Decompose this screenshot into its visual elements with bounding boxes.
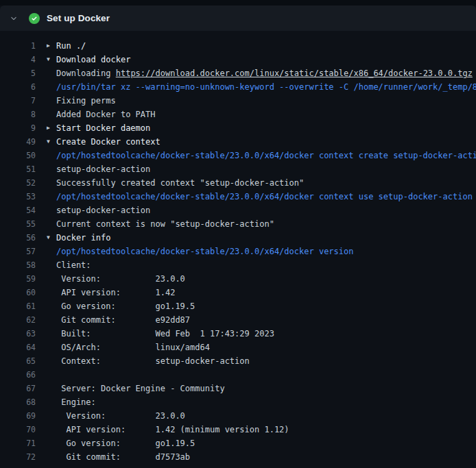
line-number[interactable]: 8 (0, 108, 47, 121)
log-row: 51setup-docker-action (0, 162, 476, 176)
line-number[interactable]: 57 (0, 245, 47, 258)
line-number[interactable]: 68 (0, 395, 47, 409)
log-text: API version: 1.42 (minimum version 1.12) (56, 423, 289, 436)
log-row: 70 API version: 1.42 (minimum version 1.… (0, 423, 476, 436)
indent-spacer (47, 272, 56, 286)
triangle-down-icon: ▼ (47, 231, 56, 245)
log-command-text: /opt/hostedtoolcache/docker-stable/23.0.… (56, 190, 473, 204)
log-group-row[interactable]: 49▼Create Docker context (0, 135, 476, 149)
log-row: 64 OS/Arch: linux/amd64 (0, 341, 476, 354)
indent-spacer (47, 450, 56, 464)
step-title: Set up Docker (47, 13, 110, 23)
line-number[interactable]: 7 (0, 94, 47, 108)
log-text: Download docker (56, 53, 130, 66)
log-row: 57/opt/hostedtoolcache/docker-stable/23.… (0, 245, 476, 258)
line-number[interactable]: 49 (0, 135, 47, 149)
log-text: Engine: (56, 395, 96, 409)
line-number[interactable]: 52 (0, 176, 47, 190)
log-row: 68 Engine: (0, 395, 476, 409)
log-text: Version: 23.0.0 (56, 272, 185, 286)
log-command-text: /opt/hostedtoolcache/docker-stable/23.0.… (56, 149, 476, 162)
line-number[interactable]: 64 (0, 341, 47, 354)
log-text: Start Docker daemon (56, 121, 150, 135)
indent-spacer (47, 258, 56, 272)
indent-spacer (47, 382, 56, 395)
log-row: 69 Version: 23.0.0 (0, 409, 476, 423)
line-number[interactable]: 5 (0, 66, 47, 80)
log-text: Git commit: e92dd87 (56, 313, 190, 327)
indent-spacer (47, 204, 56, 217)
log-text: setup-docker-action (56, 204, 150, 217)
indent-spacer (47, 190, 56, 204)
log-row: 50/opt/hostedtoolcache/docker-stable/23.… (0, 149, 476, 162)
log-group-row[interactable]: 56▼Docker info (0, 231, 476, 245)
chevron-down-icon[interactable] (8, 13, 19, 24)
log-command-text: /opt/hostedtoolcache/docker-stable/23.0.… (56, 245, 353, 258)
log-row: 54setup-docker-action (0, 204, 476, 217)
line-number[interactable]: 56 (0, 231, 47, 245)
log-row: 58Client: (0, 258, 476, 272)
indent-spacer (47, 162, 56, 176)
line-number[interactable]: 50 (0, 149, 47, 162)
log-text: API version: 1.42 (56, 286, 175, 299)
line-number[interactable]: 59 (0, 272, 47, 286)
indent-spacer (47, 395, 56, 409)
log-group-row[interactable]: 1▶Run ./ (0, 39, 476, 53)
log-row: 62 Git commit: e92dd87 (0, 313, 476, 327)
line-number[interactable]: 62 (0, 313, 47, 327)
triangle-right-icon: ▶ (47, 39, 56, 53)
log-text: setup-docker-action (56, 162, 150, 176)
log-group-row[interactable]: 9▶Start Docker daemon (0, 121, 476, 135)
log-row: 72 Git commit: d7573ab (0, 450, 476, 464)
line-number[interactable]: 61 (0, 299, 47, 313)
log-command-text: /usr/bin/tar xz --warning=no-unknown-key… (56, 80, 476, 94)
log-row: 60 API version: 1.42 (0, 286, 476, 299)
log-link[interactable]: https://download.docker.com/linux/static… (116, 69, 473, 78)
indent-spacer (47, 327, 56, 341)
log-row: 7Fixing perms (0, 94, 476, 108)
line-number[interactable]: 58 (0, 258, 47, 272)
line-number[interactable]: 63 (0, 327, 47, 341)
line-number[interactable]: 51 (0, 162, 47, 176)
log-text: Added Docker to PATH (56, 108, 156, 121)
line-number[interactable]: 69 (0, 409, 47, 423)
line-number[interactable]: 72 (0, 450, 47, 464)
log-lines: 1▶Run ./4▼Download docker5Downloading ht… (0, 31, 476, 464)
log-row: 66 (0, 368, 476, 382)
indent-spacer (47, 286, 56, 299)
line-number[interactable]: 53 (0, 190, 47, 204)
success-check-circle-icon (29, 13, 40, 24)
indent-spacer (47, 341, 56, 354)
line-number[interactable]: 54 (0, 204, 47, 217)
line-number[interactable]: 4 (0, 53, 47, 66)
line-number[interactable]: 67 (0, 382, 47, 395)
log-text: Version: 23.0.0 (56, 409, 185, 423)
log-row: 8Added Docker to PATH (0, 108, 476, 121)
indent-spacer (47, 423, 56, 436)
indent-spacer (47, 409, 56, 423)
log-row: 61 Go version: go1.19.5 (0, 299, 476, 313)
log-row: 53/opt/hostedtoolcache/docker-stable/23.… (0, 190, 476, 204)
indent-spacer (47, 313, 56, 327)
line-number[interactable]: 60 (0, 286, 47, 299)
line-number[interactable]: 71 (0, 436, 47, 450)
triangle-down-icon: ▼ (47, 53, 56, 66)
log-text: Built: Wed Feb 1 17:43:29 2023 (56, 327, 274, 341)
line-number[interactable]: 55 (0, 217, 47, 231)
line-number[interactable]: 70 (0, 423, 47, 436)
log-text: Go version: go1.19.5 (56, 436, 195, 450)
line-number[interactable]: 65 (0, 354, 47, 368)
log-row: 52Successfully created context "setup-do… (0, 176, 476, 190)
indent-spacer (47, 149, 56, 162)
line-number[interactable]: 9 (0, 121, 47, 135)
indent-spacer (47, 80, 56, 94)
log-text: Fixing perms (56, 94, 116, 108)
log-text: Client: (56, 258, 91, 272)
step-header-set-up-docker[interactable]: Set up Docker (0, 5, 476, 31)
log-text: Create Docker context (56, 135, 160, 149)
line-number[interactable]: 1 (0, 39, 47, 53)
line-number[interactable]: 66 (0, 368, 47, 382)
log-text: Context: setup-docker-action (56, 354, 250, 368)
log-group-row[interactable]: 4▼Download docker (0, 53, 476, 66)
line-number[interactable]: 6 (0, 80, 47, 94)
